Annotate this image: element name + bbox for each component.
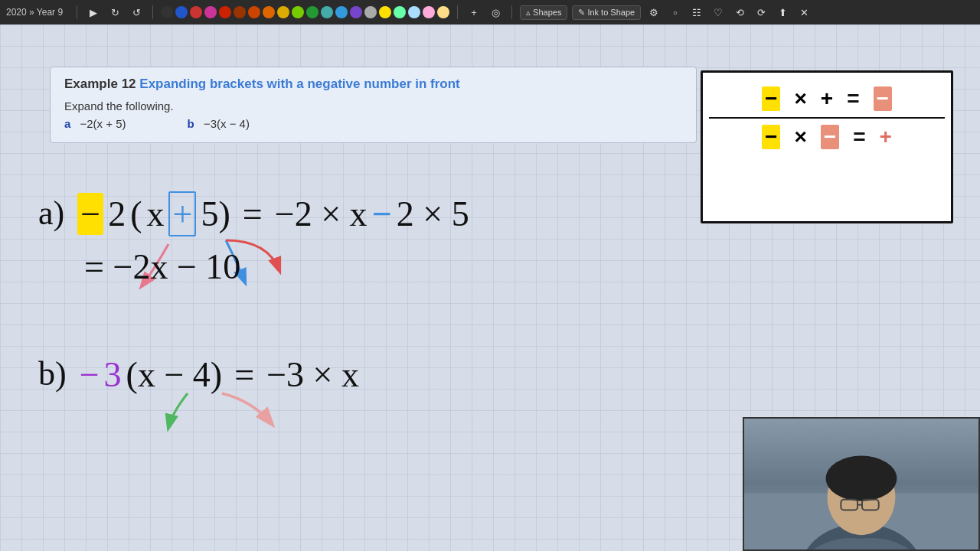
color-purple[interactable]: [350, 6, 362, 18]
color-highlight-green[interactable]: [394, 6, 406, 18]
part-b-rhs: −3 × x: [266, 354, 359, 396]
color-brown[interactable]: [234, 6, 246, 18]
bell-icon[interactable]: ♡: [710, 4, 727, 21]
part-a-rhs2: 2 × 5: [397, 193, 469, 235]
part-a-x: x: [146, 193, 164, 235]
redo-icon[interactable]: ↺: [128, 4, 145, 21]
sep3: [457, 5, 458, 19]
example-title: Example 12 Expanding brackets with a neg…: [64, 77, 682, 92]
part-b-neg: −: [80, 354, 100, 396]
toolbar: 2020 » Year 9 ▶ ↻ ↺ + ◎ ▵ Shapes ✎ Ink t…: [0, 0, 980, 24]
color-green[interactable]: [306, 6, 318, 18]
canvas: Example 12 Expanding brackets with a neg…: [0, 24, 980, 551]
sep2: [152, 5, 153, 19]
share-icon[interactable]: ⬆: [774, 4, 791, 21]
undo2-icon[interactable]: ⟲: [731, 4, 748, 21]
part-a-2: 2: [108, 193, 126, 235]
example-problems: a −2(x + 5) b −3(x − 4): [64, 117, 682, 130]
sign-rules-box: − × + = − − × − = +: [701, 70, 953, 223]
color-yellow[interactable]: [277, 6, 289, 18]
problem-a-label: a: [64, 117, 70, 130]
part-a-5: 5): [201, 193, 230, 235]
part-a-open: (: [130, 193, 142, 235]
color-blue[interactable]: [175, 6, 188, 18]
color-lime[interactable]: [292, 6, 304, 18]
part-b-workings: b) − 3 (x − 4) = −3 × x: [38, 354, 359, 396]
sign-plus-1: +: [821, 86, 833, 111]
example-box: Example 12 Expanding brackets with a neg…: [50, 67, 697, 143]
color-black[interactable]: [161, 6, 173, 18]
shapes-icon: ▵: [526, 8, 531, 18]
color-highlight-blue[interactable]: [408, 6, 420, 18]
problem-a-expr: −2(x + 5): [80, 117, 126, 130]
part-a-result: = −2x − 10: [84, 246, 240, 288]
sign-eq-1: =: [847, 86, 859, 111]
webcam-feed: [744, 419, 978, 549]
sign-minus-3: −: [821, 125, 839, 149]
problem-a: a −2(x + 5): [64, 117, 126, 130]
add-icon[interactable]: +: [466, 4, 482, 21]
sign-result-1: −: [874, 86, 892, 111]
part-b-eq: =: [234, 354, 254, 396]
undo-icon[interactable]: ↻: [106, 4, 123, 21]
part-b-open: (x − 4): [126, 354, 223, 396]
sign-row-1: − × + = −: [703, 73, 951, 117]
sign-minus-1: −: [762, 86, 780, 111]
part-a-label: a): [38, 194, 73, 234]
color-orange[interactable]: [248, 6, 260, 18]
lasso-icon[interactable]: ◎: [487, 4, 504, 21]
problem-b-label: b: [188, 117, 194, 130]
breadcrumb: 2020 » Year 9: [6, 7, 63, 18]
part-b-3: 3: [104, 354, 122, 396]
eraser-icon[interactable]: ▫: [667, 4, 684, 21]
pen-colors: [161, 6, 449, 18]
color-darkred[interactable]: [219, 6, 231, 18]
close-icon[interactable]: ✕: [795, 4, 812, 21]
toolbar-separator: [77, 5, 77, 19]
grid-icon[interactable]: ☷: [688, 4, 705, 21]
part-a-line: a) −2 ( x + 5) = −2 × x − 2 × 5: [38, 191, 469, 236]
color-orange2[interactable]: [263, 6, 275, 18]
example-instruction: Expand the following.: [64, 99, 682, 112]
color-highlight-yellow[interactable]: [379, 6, 391, 18]
example-number: Example 12: [64, 77, 136, 91]
person-silhouette: [744, 417, 978, 551]
sign-eq-2: =: [853, 125, 865, 149]
ink-to-shape-label: Ink to Shape: [587, 8, 635, 17]
part-a-negative: −: [77, 193, 103, 235]
webcam-box: [743, 417, 980, 551]
redo2-icon[interactable]: ⟳: [753, 4, 769, 21]
sign-times-2: ×: [794, 125, 806, 149]
part-b-line: b) − 3 (x − 4) = −3 × x: [38, 354, 359, 396]
settings-icon[interactable]: ⚙: [645, 4, 662, 21]
shapes-button[interactable]: ▵ Shapes: [520, 5, 567, 20]
color-pink[interactable]: [204, 6, 217, 18]
part-a-plus: +: [168, 191, 196, 236]
svg-point-4: [826, 455, 897, 500]
shapes-label: Shapes: [533, 8, 561, 17]
part-a-workings: a) −2 ( x + 5) = −2 × x − 2 × 5 = −2x − …: [38, 191, 469, 288]
sign-result-2: +: [880, 125, 892, 149]
part-a-eq: =: [243, 193, 263, 235]
sign-minus-2: −: [762, 125, 780, 149]
ink-to-shape-button[interactable]: ✎ Ink to Shape: [572, 5, 641, 20]
part-b-label: b): [38, 354, 75, 395]
example-description: Expanding brackets with a negative numbe…: [139, 77, 459, 91]
sep4: [511, 5, 512, 19]
ink-shape-icon: ✎: [578, 8, 585, 18]
cursor-icon[interactable]: ▶: [85, 4, 102, 21]
part-a-rhs1: −2 × x: [275, 193, 368, 235]
color-highlight-orange[interactable]: [437, 6, 449, 18]
sign-times-1: ×: [794, 86, 806, 111]
part-a-line2: = −2x − 10: [84, 246, 469, 288]
color-grey[interactable]: [364, 6, 377, 18]
color-sky[interactable]: [335, 6, 348, 18]
color-teal[interactable]: [321, 6, 333, 18]
sign-row-2: − × − = +: [703, 119, 951, 160]
color-highlight-pink[interactable]: [423, 6, 435, 18]
problem-b: b −3(x − 4): [188, 117, 250, 130]
problem-b-expr: −3(x − 4): [204, 117, 250, 130]
color-red[interactable]: [190, 6, 202, 18]
part-a-minus-blue: −: [372, 193, 392, 235]
